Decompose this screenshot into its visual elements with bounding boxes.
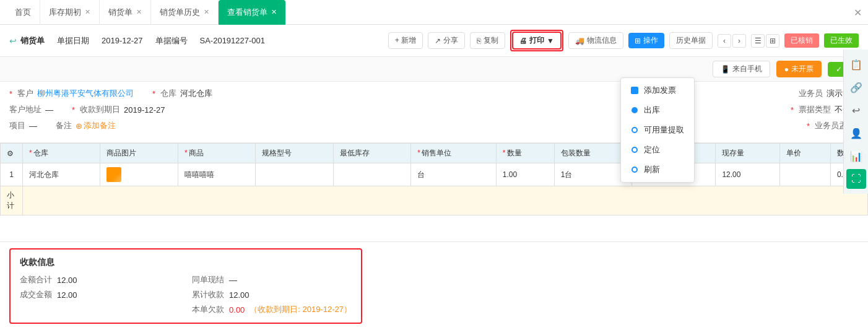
project-label: 项目 [9,120,25,131]
window-close-button[interactable]: ✕ [854,6,862,18]
doc-icon: ↩ [9,36,17,46]
row-min-stock [333,163,410,186]
staff-label: 业务员 [799,88,823,99]
total-row: 金额合计 12.00 [20,274,180,285]
locate-label: 定位 [644,144,660,155]
payment-info: 收款信息 金额合计 12.00 同单现结 — 成交金额 12.00 [9,248,362,324]
locate-item[interactable]: 定位 [621,140,694,160]
note-label: 备注 [56,120,72,131]
tab-inventory-label: 库存期初 [49,7,81,18]
print-button[interactable]: 🖨 打印 ▼ [512,32,562,50]
data-table: ⚙ *仓库 商品图片 *商品 规格型号 最低库存 *销售单位 *数量 包装数量 … [0,143,868,215]
form-row-3: 项目 — 备注 ⊕ 添加备注 * 业务员盂 — [9,120,859,131]
settlement-row: 同单现结 — [192,274,352,285]
sidebar-icon-5[interactable]: 📊 [846,146,866,166]
tab-sales-history[interactable]: 销货单历史 ✕ [151,0,219,25]
copy-button[interactable]: ⎘ 复制 [470,32,505,49]
customer-label: 客户 [17,88,33,99]
transaction-value: 12.00 [57,290,77,300]
form-row-2: 客户地址 — * 收款到期日 2019-12-27 * 票据类型 不开票 [9,104,859,115]
tab-history-close[interactable]: ✕ [204,8,209,16]
tab-home[interactable]: 首页 [6,0,40,25]
prev-arrow[interactable]: ‹ [718,34,731,48]
col-spec: 规格型号 [256,144,333,163]
grid-view-btn[interactable]: ⊞ [766,34,779,48]
project-field: 项目 — [9,120,37,131]
doc-title: 销货单 [20,35,45,46]
col-product: *商品 [178,144,255,163]
outbound-item[interactable]: 出库 [621,100,694,120]
tab-view-close[interactable]: ✕ [271,8,277,16]
available-extract-item[interactable]: 可用量提取 [621,120,694,140]
sidebar-icon-2[interactable]: 🔗 [846,77,866,97]
row-product: 嘻嘻嘻嘻 [178,163,255,186]
toolbar-row: 📱 来自手机 ● 未开票 ✓ ✓ [0,57,868,82]
new-button[interactable]: + 新增 [388,32,423,49]
tab-sales-order[interactable]: 销货单 ✕ [100,0,151,25]
logistics-button[interactable]: 🚚 物流信息 [568,32,623,49]
print-highlight: 🖨 打印 ▼ [510,30,563,51]
history-button[interactable]: 历史单据 [669,32,713,49]
add-invoice-label: 添加发票 [644,85,676,96]
sold-badge[interactable]: 已核销 [784,33,819,48]
number-label: 单据编号 [155,35,188,46]
print-arrow: ▼ [547,37,554,45]
available-extract-label: 可用量提取 [644,124,684,136]
due-date-note: （收款到期日: 2019-12-27） [250,304,352,315]
table-row: 1 河北仓库 嘻嘻嘻嘻 台 1.00 1台 12.00 [1,163,868,186]
row-image [100,163,178,186]
payment-grid: 金额合计 12.00 同单现结 — 成交金额 12.00 累计收款 12.00 [20,274,352,315]
current-due-label: 本单欠款 [192,304,224,315]
row-unit-price [780,163,831,186]
table-section: ⚙ *仓库 商品图片 *商品 规格型号 最低库存 *销售单位 *数量 包装数量 … [0,143,868,241]
due-date-required: * [72,105,75,115]
due-date-value: 2019-12-27 [124,105,165,115]
sidebar-icon-6[interactable]: ⛶ [846,169,866,189]
print-icon: 🖨 [519,37,527,45]
cumulative-row: 累计收款 12.00 [192,289,352,300]
outbound-icon [630,106,639,115]
row-quantity: 1.00 [496,163,554,186]
tab-sales-close[interactable]: ✕ [136,8,142,16]
sidebar-icon-1[interactable]: 📋 [846,54,866,74]
address-field: 客户地址 — [9,104,53,115]
col-sales-unit: *销售单位 [411,144,497,163]
add-invoice-item[interactable]: 添加发票 [621,80,694,100]
doc-header: ↩ 销货单 单据日期 2019-12-27 单据编号 SA-20191227-0… [0,25,868,57]
refresh-icon [630,165,639,174]
not-open-btn[interactable]: ● 未开票 [776,61,822,77]
effective-badge[interactable]: 已生效 [824,33,859,48]
warehouse-label: 仓库 [160,88,176,99]
tab-sales-label: 销货单 [108,7,132,18]
form-row-1: * 客户 柳州粤港平安气体有限公司 * 仓库 河北仓库 业务员 演示账号 [9,88,859,99]
sidebar-icon-3[interactable]: ↩ [846,100,866,120]
customer-value[interactable]: 柳州粤港平安气体有限公司 [37,88,134,99]
sidebar-icon-4[interactable]: 👤 [846,123,866,143]
ticket-required: * [791,105,794,115]
staff2-required: * [807,121,810,131]
col-current-stock: 现存量 [716,144,780,163]
col-quantity: *数量 [496,144,554,163]
next-arrow[interactable]: › [732,34,746,48]
col-unit-price: 单价 [780,144,831,163]
refresh-item[interactable]: 刷新 [621,160,694,180]
from-phone-btn[interactable]: 📱 来自手机 [713,61,770,77]
operations-button[interactable]: ⊞ 操作 [628,33,664,48]
row-num: 1 [1,163,23,186]
view-toggle: ☰ ⊞ [751,34,779,48]
subtotal-label: 小计 [1,186,23,215]
transaction-label: 成交金额 [20,289,52,300]
address-value: — [45,105,53,115]
tab-bar: 首页 库存期初 ✕ 销货单 ✕ 销货单历史 ✕ 查看销货单 ✕ ✕ [0,0,868,25]
tab-inventory-init[interactable]: 库存期初 ✕ [40,0,100,25]
list-view-btn[interactable]: ☰ [751,34,765,48]
col-settings[interactable]: ⚙ [1,144,23,163]
tab-view-sales[interactable]: 查看销货单 ✕ [219,0,286,25]
settlement-label: 同单现结 [192,274,224,285]
plus-icon: ⊕ [76,121,82,131]
share-button[interactable]: ↗ 分享 [428,32,465,49]
add-note-btn[interactable]: ⊕ 添加备注 [76,120,116,131]
tab-inventory-close[interactable]: ✕ [85,8,90,16]
share-icon: ↗ [435,37,441,45]
customer-required: * [9,89,12,98]
